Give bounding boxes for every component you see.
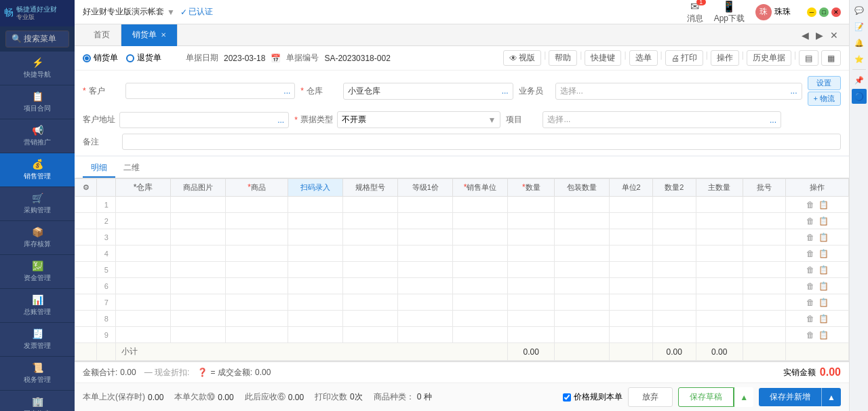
right-panel-star-btn[interactable]: ⭐ — [852, 52, 867, 66]
copy-row-3-btn[interactable]: 📋 — [817, 232, 830, 243]
cell-q-3[interactable] — [508, 229, 555, 246]
copy-row-5-btn[interactable]: 📋 — [817, 265, 830, 275]
sidebar-item-quick-nav[interactable]: ⚡ 快捷导航 — [0, 52, 75, 85]
sidebar-item-tax[interactable]: 📜 税务管理 — [0, 357, 75, 391]
delete-row-4-btn[interactable]: 🗑 — [805, 248, 816, 259]
cell-product-1[interactable] — [225, 197, 288, 213]
cell-sale-unit-2[interactable] — [453, 213, 508, 229]
project-ellipsis-icon[interactable]: ... — [770, 115, 776, 125]
help-button[interactable]: 帮助 — [549, 50, 577, 66]
right-panel-chat-btn[interactable]: 💬 — [852, 3, 867, 18]
app-download-button[interactable]: 📱 App下载 — [714, 0, 745, 24]
right-panel-pin-btn[interactable]: 📌 — [852, 73, 867, 87]
cell-batch-input-1[interactable] — [288, 197, 343, 213]
search-menu-button[interactable]: 🔍 搜索菜单 — [5, 31, 69, 47]
add-logistics-button[interactable]: + 物流 — [808, 92, 841, 106]
delete-row-3-btn[interactable]: 🗑 — [805, 232, 816, 243]
copy-row-1-btn[interactable]: 📋 — [817, 199, 830, 210]
right-panel-notify-btn[interactable]: 🔔 — [852, 35, 867, 50]
col-settings[interactable]: ⚙ — [75, 179, 97, 197]
project-input[interactable]: 选择... ... — [542, 111, 781, 128]
salesperson-ellipsis-icon[interactable]: ... — [791, 86, 797, 96]
price-check-checkbox[interactable] — [563, 393, 571, 402]
cell-su-3[interactable] — [453, 229, 508, 246]
cell-bi-3[interactable] — [288, 229, 343, 246]
invoice-select[interactable]: 不开票 ▼ — [337, 111, 501, 128]
company-select[interactable]: 好业财专业版演示帐套 ▼ — [83, 6, 175, 18]
col-qty[interactable]: *数量 — [508, 179, 555, 197]
select-button[interactable]: 选单 — [629, 50, 658, 66]
delete-row-9-btn[interactable]: 🗑 — [805, 330, 816, 340]
warehouse-ellipsis-icon[interactable]: ... — [502, 86, 509, 96]
history-button[interactable]: 历史单据 — [747, 50, 791, 66]
minimize-button[interactable]: ─ — [807, 7, 816, 17]
calendar-icon[interactable]: 📅 — [271, 54, 281, 63]
sidebar-item-purchase[interactable]: 🛒 采购管理 — [0, 187, 75, 221]
right-panel-active-btn[interactable]: 🔵 — [852, 89, 867, 104]
cell-warehouse-1[interactable] — [116, 197, 171, 213]
cell-qty-1[interactable] — [508, 197, 555, 213]
delete-row-1-btn[interactable]: 🗑 — [805, 199, 816, 210]
message-button[interactable]: ✉ 1 消息 — [687, 0, 703, 24]
maximize-button[interactable]: □ — [819, 7, 829, 17]
address-ellipsis-icon[interactable]: ... — [277, 115, 284, 125]
table-view-button[interactable]: ▤ — [799, 50, 818, 66]
remark-input[interactable] — [122, 134, 841, 150]
print-button[interactable]: 🖨 打印 — [665, 50, 703, 66]
tab-detail[interactable]: 明细 — [83, 159, 115, 178]
copy-row-6-btn[interactable]: 📋 — [817, 281, 830, 292]
cell-batch-input-2[interactable] — [288, 213, 343, 229]
sidebar-item-invoice[interactable]: 🧾 发票管理 — [0, 323, 75, 357]
salesperson-input[interactable]: 选择... ... — [555, 83, 802, 100]
copy-row-8-btn[interactable]: 📋 — [817, 313, 830, 324]
tab-home[interactable]: 首页 — [83, 24, 121, 46]
tab-close-icon[interactable]: ✕ — [161, 31, 166, 39]
col-warehouse[interactable]: *仓库 — [116, 179, 171, 197]
tab-close-all-button[interactable]: ✕ — [827, 28, 841, 42]
cell-product-3[interactable] — [225, 229, 288, 246]
shortcut-button[interactable]: 快捷键 — [585, 50, 621, 66]
delete-row-2-btn[interactable]: 🗑 — [805, 216, 816, 227]
cell-warehouse-2[interactable] — [116, 213, 171, 229]
col-sale-unit[interactable]: *销售单位 — [453, 179, 508, 197]
warehouse-input[interactable]: 小亚仓库 ... — [343, 83, 513, 100]
tab-2d[interactable]: 二维 — [115, 159, 148, 178]
cell-warehouse-3[interactable] — [116, 229, 171, 246]
sidebar-item-fixed-assets[interactable]: 🏢 固定资产 — [0, 391, 75, 411]
operate-button[interactable]: 操作 — [711, 50, 739, 66]
sidebar-item-projects[interactable]: 📋 项目合同 — [0, 85, 75, 119]
col-batch-input[interactable]: 扫码录入 — [288, 179, 343, 197]
copy-row-4-btn[interactable]: 📋 — [817, 248, 830, 259]
tab-sales-order[interactable]: 销货单 ✕ — [121, 24, 178, 46]
sidebar-item-sales[interactable]: 💰 销售管理 — [0, 153, 75, 187]
sidebar-item-marketing[interactable]: 📢 营销推广 — [0, 119, 75, 153]
save-draft-dropdown-button[interactable]: ▲ — [734, 387, 753, 407]
cell-product-2[interactable] — [225, 213, 288, 229]
view-button[interactable]: 👁 视版 — [503, 50, 541, 66]
cell-qty-2[interactable] — [508, 213, 555, 229]
sidebar-item-finance[interactable]: 💹 资金管理 — [0, 255, 75, 289]
delete-row-5-btn[interactable]: 🗑 — [805, 265, 816, 275]
radio-sale[interactable]: 销货单 — [83, 52, 118, 64]
save-new-button[interactable]: 保存并新增 — [759, 388, 821, 406]
copy-row-2-btn[interactable]: 📋 — [817, 216, 830, 227]
delete-row-7-btn[interactable]: 🗑 — [805, 297, 816, 308]
cell-sale-unit-1[interactable] — [453, 197, 508, 213]
list-view-button[interactable]: ▦ — [821, 50, 841, 66]
radio-return[interactable]: 退货单 — [126, 52, 161, 64]
save-draft-button[interactable]: 保存草稿 — [678, 387, 734, 407]
copy-row-9-btn[interactable]: 📋 — [817, 330, 830, 340]
customer-ellipsis-icon[interactable]: ... — [283, 86, 290, 96]
save-new-dropdown-button[interactable]: ▲ — [821, 388, 841, 406]
tab-prev-button[interactable]: ◀ — [799, 28, 812, 42]
right-panel-note-btn[interactable]: 📝 — [852, 19, 867, 34]
abandon-button[interactable]: 放弃 — [628, 387, 673, 407]
sidebar-item-inventory[interactable]: 📦 库存核算 — [0, 221, 75, 255]
address-input[interactable]: ... — [119, 112, 289, 128]
delete-row-6-btn[interactable]: 🗑 — [805, 281, 816, 292]
sidebar-item-accounting[interactable]: 📊 总账管理 — [0, 289, 75, 323]
close-button[interactable]: ✕ — [831, 7, 841, 17]
copy-row-7-btn[interactable]: 📋 — [817, 297, 830, 308]
col-product[interactable]: *商品 — [225, 179, 288, 197]
customer-input[interactable]: ... — [125, 83, 296, 99]
